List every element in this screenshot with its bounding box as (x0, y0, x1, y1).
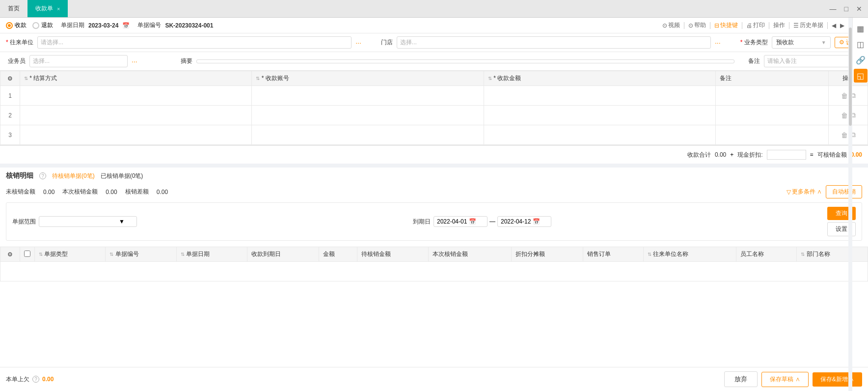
verify-info-row: 未核销金额 0.00 本次核销金额 0.00 核销差额 0.00 ▽ 更多条件 … (6, 183, 862, 200)
nav-prev[interactable]: ◀ (832, 22, 836, 29)
date-to-input[interactable]: 2022-04-12 📅 (497, 216, 551, 227)
tab-close-icon[interactable]: × (57, 6, 60, 12)
gear-icon: ⚙ (839, 39, 844, 46)
radio-refund[interactable]: 退款 (32, 21, 53, 29)
doc-date-group: 单据日期 2023-03-24 📅 (61, 21, 130, 29)
salesperson-more-btn[interactable]: ··· (132, 57, 137, 65)
row1-amount[interactable] (484, 86, 715, 106)
unverified-value: 0.00 (43, 189, 54, 196)
bth-doc-number: ⇅ 单据编号 (106, 247, 176, 262)
calc-total-label: 收款合计 (687, 151, 711, 159)
print-icon: 🖨 (746, 22, 752, 29)
bth-amount: 金额 (319, 247, 357, 262)
bth-checkbox[interactable] (20, 247, 35, 262)
row3-remark[interactable] (716, 125, 829, 145)
doc-date-value: 2023-03-24 (88, 22, 118, 29)
minimize-btn[interactable]: — (828, 5, 839, 13)
counterpart-more-btn[interactable]: ··· (355, 39, 361, 47)
calendar-icon[interactable]: 📅 (122, 22, 130, 29)
history-btn[interactable]: ☰ 历史单据 (793, 21, 823, 29)
remark-label: 备注 (748, 57, 760, 65)
due-date-label: 到期日 (413, 218, 431, 226)
date-from-input[interactable]: 2022-04-01 📅 (434, 216, 488, 227)
nav-next[interactable]: ▶ (840, 22, 844, 29)
bth-sales-order: 销售订单 (583, 247, 643, 262)
bth-doc-type: ⇅ 单据类型 (35, 247, 106, 262)
counterpart-input[interactable]: 请选择... (37, 36, 352, 49)
biz-type-chevron: ▼ (821, 40, 826, 45)
th-gear[interactable]: ⚙ (0, 71, 20, 86)
verify-info-icon[interactable]: ? (39, 172, 46, 179)
verify-done-tab[interactable]: 已核销单据(0笔) (101, 172, 143, 180)
counterpart-label: 往来单位 (6, 38, 33, 47)
doc-date-label: 单据日期 (61, 21, 84, 29)
row1-remark[interactable] (716, 86, 829, 106)
salesperson-label: 业务员 (8, 57, 26, 65)
auto-verify-btn[interactable]: 自动核销 (826, 185, 862, 198)
calc-total-value: 0.00 (715, 151, 726, 158)
range-select[interactable]: ▼ (39, 216, 137, 227)
row2-num: 2 (0, 106, 20, 125)
save-draft-btn[interactable]: 保存草稿 ∧ (761, 372, 808, 387)
tab-home[interactable]: 首页 (0, 0, 27, 17)
sidebar-layout-icon[interactable]: ◱ (854, 69, 868, 83)
biz-type-select[interactable]: 预收款 ▼ (772, 36, 831, 49)
help-btn[interactable]: ⊙ 帮助 (688, 21, 706, 29)
date-field: 到期日 2022-04-01 📅 — 2022-04-12 📅 (413, 216, 551, 227)
range-field: 单据范围 ▼ (12, 216, 137, 227)
sidebar-link-icon[interactable]: 🔗 (854, 53, 868, 67)
toolbar-actions: ⊙ 视频 ⊙ 帮助 ⊟ 快捷键 🖨 打印 操作 (662, 21, 862, 30)
divider5 (789, 22, 789, 29)
sidebar-book-icon[interactable]: ◫ (854, 37, 868, 51)
store-input[interactable]: 选择... (397, 36, 711, 49)
row3-settlement[interactable] (20, 125, 252, 145)
row2-settlement[interactable] (20, 106, 252, 125)
save-new-btn[interactable]: 保存&新增 ∧ (813, 372, 862, 387)
row1-account[interactable] (252, 86, 484, 106)
radio-receipt[interactable]: 收款 (6, 21, 27, 29)
action-buttons: 放弃 保存草稿 ∧ 保存&新增 ∧ (724, 371, 862, 387)
calendar-to-icon: 📅 (533, 218, 540, 225)
summary-input[interactable] (196, 59, 734, 63)
calc-discount-input[interactable] (767, 150, 806, 160)
video-btn[interactable]: ⊙ 视频 (662, 21, 680, 29)
row3-delete-icon[interactable]: 🗑 (841, 131, 848, 139)
row3-account[interactable] (252, 125, 484, 145)
row2-delete-icon[interactable]: 🗑 (841, 112, 848, 119)
calc-plus: + (730, 151, 733, 158)
verify-title: 核销明细 (6, 171, 33, 180)
scrollbar-thumb[interactable] (849, 28, 852, 126)
maximize-btn[interactable]: □ (842, 5, 850, 13)
row2-account[interactable] (252, 106, 484, 125)
date-range: 2022-04-01 📅 — 2022-04-12 📅 (434, 216, 551, 227)
help-icon: ⊙ (688, 22, 693, 29)
window-controls: — □ ✕ (828, 5, 868, 13)
sidebar-table-icon[interactable]: ▦ (854, 22, 868, 35)
bottom-table-wrap: ⚙ ⇅ 单据类型 ⇅ 单据编号 ⇅ 单据日期 (0, 247, 868, 367)
bth-gear[interactable]: ⚙ (0, 247, 20, 262)
store-more-btn[interactable]: ··· (715, 39, 721, 47)
print-btn[interactable]: 🖨 打印 (746, 21, 765, 29)
bottom-info-icon[interactable]: ? (32, 376, 39, 383)
filter-btn[interactable]: ▽ 更多条件 ∧ (787, 188, 822, 196)
divider4 (769, 22, 769, 29)
row2-remark[interactable] (716, 106, 829, 125)
tab-current[interactable]: 收款单 × (27, 0, 68, 17)
verify-pending-tab[interactable]: 待核销单据(0笔) (52, 172, 95, 180)
close-btn[interactable]: ✕ (854, 5, 864, 13)
salesperson-input[interactable]: 选择... (29, 55, 128, 67)
discard-btn[interactable]: 放弃 (724, 371, 758, 387)
remark-input[interactable]: 请输入备注 (764, 55, 862, 67)
row1-delete-icon[interactable]: 🗑 (841, 92, 848, 100)
select-all-checkbox[interactable] (24, 251, 30, 257)
row1-settlement[interactable] (20, 86, 252, 106)
operation-btn[interactable]: 操作 (773, 21, 785, 29)
row3-amount[interactable] (484, 125, 715, 145)
right-sidebar: ▦ ◫ 🔗 ◱ (852, 18, 868, 83)
radio-receipt-label: 收款 (15, 21, 27, 29)
shortcut-btn[interactable]: ⊟ 快捷键 (714, 21, 738, 29)
doc-number-value: SK-20230324-001 (165, 22, 213, 29)
scrollbar-area[interactable] (848, 18, 852, 391)
row2-amount[interactable] (484, 106, 715, 125)
bth-employee: 员工名称 (736, 247, 797, 262)
